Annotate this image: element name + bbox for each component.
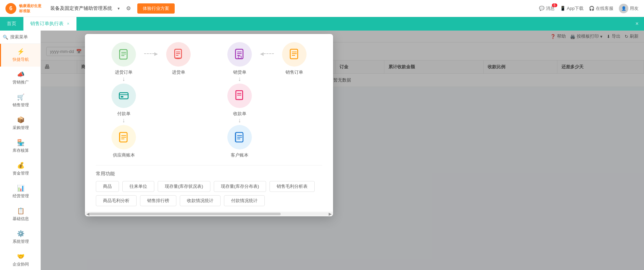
logo-icon: 6 <box>5 3 16 14</box>
sidebar-item-corp-collab[interactable]: 🤝 企业协同 <box>0 249 40 270</box>
func-btn-goods[interactable]: 商品 <box>96 181 119 192</box>
sidebar-item-inventory[interactable]: 🏪 库存核算 <box>0 135 40 158</box>
scroll-right-icon[interactable]: ▶ <box>329 212 332 216</box>
sidebar-item-sales[interactable]: 🛒 销售管理 <box>0 89 40 112</box>
purchase-icon: 📦 <box>17 116 24 124</box>
message-item[interactable]: 💬 消息 6 <box>539 5 555 12</box>
supplier-ledger-node: 供应商账本 <box>103 125 144 158</box>
sidebar-item-quick-nav[interactable]: ⚡ 快捷导航 <box>0 44 40 67</box>
sidebar: 🔍 搜索菜单 ⚡ 快捷导航 📣 营销推广 🛒 销售管理 📦 采购管理 🏪 库存核… <box>0 31 41 270</box>
purchase-bill-label: 进货单 <box>172 69 185 75</box>
finance-icon: 💰 <box>17 162 24 169</box>
system-title: 装备及固定资产辅助管理系统 <box>50 5 112 12</box>
search-icon: 🔍 <box>3 35 8 40</box>
phone-icon: 📱 <box>560 6 565 11</box>
sidebar-item-label: 基础信息 <box>13 216 29 222</box>
sales-order-label: 销售订单 <box>285 69 303 75</box>
sidebar-item-marketing[interactable]: 📣 营销推广 <box>0 67 40 89</box>
func-btn-payment-stat[interactable]: 付款情况统计 <box>224 195 265 206</box>
func-btn-goods-profit[interactable]: 商品毛利分析 <box>96 195 137 206</box>
modal-box: 进货订单 ↓ 付款单 ↓ <box>85 34 333 216</box>
svg-rect-20 <box>238 56 241 58</box>
func-btn-sales-rank[interactable]: 销售排行榜 <box>140 195 176 206</box>
sales-icon: 🛒 <box>17 93 24 101</box>
purchase-order-node: 进货订单 <box>103 42 144 75</box>
customer-ledger-icon <box>227 125 252 149</box>
scroll-left-icon[interactable]: ◀ <box>86 212 89 216</box>
receipt-node: 收款单 <box>219 84 260 117</box>
sidebar-item-label: 营销推广 <box>13 79 29 85</box>
message-icon: 💬 <box>539 6 544 11</box>
headset-icon: 🎧 <box>589 6 594 11</box>
func-btn-stock-dist[interactable]: 现存量(库存分布表) <box>214 181 266 192</box>
sidebar-item-label: 系统管理 <box>13 239 29 245</box>
message-badge: 6 <box>552 3 557 7</box>
func-btn-stock-status[interactable]: 现存量(库存状况表) <box>158 181 210 192</box>
func-btn-receipt-stat[interactable]: 收款情况统计 <box>180 195 221 206</box>
close-all-button[interactable]: × <box>630 21 644 27</box>
purchase-order-label: 进货订单 <box>115 69 133 75</box>
arrow-down-4: ↓ <box>238 117 241 124</box>
payment-node: 付款单 <box>103 84 144 117</box>
sales-bill-icon <box>227 42 252 67</box>
receipt-icon <box>227 84 252 108</box>
func-btn-partner[interactable]: 往来单位 <box>122 181 154 192</box>
sidebar-search[interactable]: 🔍 搜索菜单 <box>0 31 40 44</box>
sys-mgmt-icon: ⚙️ <box>17 230 24 237</box>
modal-body: 进货订单 ↓ 付款单 ↓ <box>85 34 333 212</box>
top-header: 6 畅康通好生意 标准版 装备及固定资产辅助管理系统 ▾ ⚙ 体验行业方案 💬 … <box>0 0 644 17</box>
payment-label: 付款单 <box>117 111 130 117</box>
settings-icon[interactable]: ⚙ <box>124 4 133 13</box>
common-funcs-title: 常用功能 <box>96 171 322 177</box>
sidebar-item-sys-mgmt[interactable]: ⚙️ 系统管理 <box>0 226 40 249</box>
sidebar-item-label: 企业协同 <box>13 262 29 267</box>
payment-icon <box>111 84 136 108</box>
app-download-item[interactable]: 📱 App下载 <box>560 5 584 12</box>
trial-button[interactable]: 体验行业方案 <box>137 3 175 14</box>
tab-home[interactable]: 首页 <box>0 17 23 31</box>
svg-rect-28 <box>235 132 236 142</box>
sidebar-item-label: 销售管理 <box>13 102 29 108</box>
search-menu-label: 搜索菜单 <box>10 34 28 40</box>
supplier-ledger-label: 供应商账本 <box>113 152 135 158</box>
svg-rect-11 <box>119 132 120 142</box>
sidebar-item-label: 资金管理 <box>13 170 29 176</box>
user-item[interactable]: 👤 用友 <box>619 4 639 13</box>
sales-bill-node: 销货单 <box>219 42 260 75</box>
sidebar-item-label: 经营管理 <box>13 193 29 199</box>
tab-sales-order-label: 销售订单执行表 <box>30 21 64 27</box>
func-btn-sales-profit[interactable]: 销售毛利分析表 <box>269 181 315 192</box>
app-download-label: App下载 <box>567 5 584 12</box>
scrollbar-track[interactable] <box>89 213 329 215</box>
avatar: 👤 <box>619 4 628 13</box>
sidebar-item-label: 库存核算 <box>13 148 29 154</box>
svg-rect-4 <box>119 93 128 99</box>
sidebar-item-finance[interactable]: 💰 资金管理 <box>0 158 40 180</box>
modal-scrollbar[interactable]: ◀ ▶ <box>85 212 333 216</box>
quick-nav-icon: ⚡ <box>17 48 24 55</box>
tab-sales-order[interactable]: 销售订单执行表 × <box>23 17 76 31</box>
online-service-label: 在线客服 <box>596 5 613 12</box>
sales-bill-label: 销货单 <box>233 69 246 75</box>
online-service-item[interactable]: 🎧 在线客服 <box>589 5 613 12</box>
tab-close-icon[interactable]: × <box>67 21 69 26</box>
customer-ledger-label: 客户账本 <box>231 152 248 158</box>
sidebar-item-basic-info[interactable]: 📋 基础信息 <box>0 203 40 226</box>
customer-ledger-node: 客户账本 <box>219 125 260 158</box>
sidebar-item-label: 采购管理 <box>13 125 29 131</box>
dropdown-icon[interactable]: ▾ <box>118 6 120 11</box>
sidebar-item-purchase[interactable]: 📦 采购管理 <box>0 112 40 135</box>
marketing-icon: 📣 <box>17 71 24 78</box>
logo-area: 6 畅康通好生意 标准版 <box>5 3 46 14</box>
arrow-down-3: ↓ <box>122 117 125 124</box>
scrollbar-thumb[interactable] <box>89 213 281 215</box>
nav-tabs: 首页 销售订单执行表 × × <box>0 17 644 31</box>
arrow-down-2: ↓ <box>238 75 241 82</box>
user-name: 用友 <box>630 5 639 12</box>
content-area: ❓ 帮助 🖨️ 按模板打印 ▾ ⬇ 导出 ↻ 刷新 yyyy-mm-dd 📅 <box>41 31 644 270</box>
common-funcs: 常用功能 商品 往来单位 现存量(库存状况表) 现存量(库存分布表) 销售毛利分… <box>96 165 322 206</box>
arrow-down-1: ↓ <box>122 75 125 82</box>
sidebar-item-operations[interactable]: 📊 经营管理 <box>0 180 40 203</box>
main-layout: 🔍 搜索菜单 ⚡ 快捷导航 📣 营销推广 🛒 销售管理 📦 采购管理 🏪 库存核… <box>0 31 644 270</box>
sales-order-node: 销售订单 <box>274 42 315 75</box>
